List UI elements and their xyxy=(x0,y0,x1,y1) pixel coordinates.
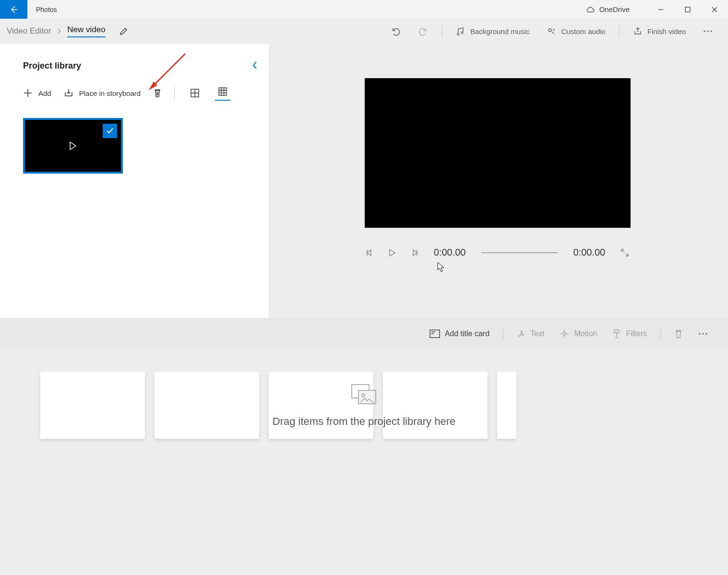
filters-button[interactable]: Filters xyxy=(605,329,655,339)
delete-clip-button[interactable] xyxy=(667,329,691,339)
storyboard-slot[interactable] xyxy=(269,372,373,439)
audio-icon xyxy=(547,26,556,36)
collapse-library-button[interactable] xyxy=(251,61,258,70)
onedrive-status[interactable]: OneDrive xyxy=(585,5,630,13)
storyboard-slot[interactable] xyxy=(497,372,516,439)
project-library-panel: Project library Add Place in storyboard xyxy=(0,44,269,318)
frame-forward-icon xyxy=(411,249,418,257)
pencil-icon xyxy=(119,26,129,36)
frame-back-button[interactable] xyxy=(366,249,373,257)
motion-icon xyxy=(560,329,569,339)
svg-point-12 xyxy=(705,333,707,334)
close-icon xyxy=(712,7,717,12)
svg-point-4 xyxy=(710,30,712,32)
storyboard-slot[interactable] xyxy=(40,372,145,439)
svg-rect-0 xyxy=(685,7,690,12)
divider xyxy=(503,327,503,340)
check-icon xyxy=(106,127,114,135)
library-actions: Add Place in storyboard xyxy=(23,85,246,101)
play-button[interactable] xyxy=(389,249,395,257)
text-button[interactable]: Text xyxy=(509,329,552,338)
window-buttons xyxy=(647,0,728,19)
clip-play-indicator xyxy=(69,141,77,150)
maximize-icon xyxy=(685,7,691,12)
scrubber[interactable] xyxy=(481,252,558,253)
fullscreen-button[interactable] xyxy=(621,248,629,257)
titlebar: Photos OneDrive xyxy=(0,0,728,19)
place-in-storyboard-button[interactable]: Place in storyboard xyxy=(64,88,141,98)
svg-point-1 xyxy=(549,29,551,32)
storyboard-slot[interactable] xyxy=(155,372,259,439)
text-icon xyxy=(517,329,525,338)
svg-point-3 xyxy=(707,30,708,32)
rename-button[interactable] xyxy=(119,26,129,36)
grid-3x3-icon xyxy=(218,87,227,96)
add-label: Add xyxy=(38,89,51,97)
play-icon xyxy=(69,141,77,150)
arrow-left-icon xyxy=(9,5,19,14)
close-button[interactable] xyxy=(701,0,728,19)
svg-rect-9 xyxy=(614,330,619,333)
grid-small-button[interactable] xyxy=(215,85,230,101)
title-card-icon xyxy=(430,329,440,338)
play-icon xyxy=(389,249,395,257)
minimize-button[interactable] xyxy=(647,0,674,19)
breadcrumb: Video Editor New video xyxy=(7,25,106,37)
redo-button[interactable] xyxy=(409,19,437,44)
app-title: Photos xyxy=(36,6,57,13)
playback-controls: 0:00.00 0:00.00 xyxy=(366,247,629,258)
toolbar-actions: Background music Custom audio Finish vid… xyxy=(382,19,721,44)
divider xyxy=(174,86,175,100)
undo-button[interactable] xyxy=(382,19,409,44)
storyboard-more-button[interactable] xyxy=(691,332,716,335)
add-title-card-button[interactable]: Add title card xyxy=(422,329,497,338)
frame-forward-button[interactable] xyxy=(411,249,418,257)
add-button[interactable]: Add xyxy=(23,88,51,98)
onedrive-label: OneDrive xyxy=(599,5,630,13)
finish-video-button[interactable]: Finish video xyxy=(624,19,694,44)
place-label: Place in storyboard xyxy=(79,89,141,97)
chevron-left-icon xyxy=(251,61,258,70)
chevron-right-icon xyxy=(57,28,61,35)
trash-icon xyxy=(674,329,683,339)
music-icon xyxy=(456,26,465,36)
background-music-button[interactable]: Background music xyxy=(447,19,538,44)
grid-2x2-icon xyxy=(190,88,200,98)
cloud-icon xyxy=(585,6,595,13)
top-toolbar: Video Editor New video Background music … xyxy=(0,19,728,44)
library-title: Project library xyxy=(23,61,246,71)
custom-audio-button[interactable]: Custom audio xyxy=(538,19,614,44)
video-preview[interactable] xyxy=(365,78,631,228)
trash-icon xyxy=(153,88,162,98)
redo-icon xyxy=(418,26,429,36)
maximize-button[interactable] xyxy=(674,0,701,19)
delete-button[interactable] xyxy=(153,88,162,98)
plus-icon xyxy=(23,88,33,98)
storyboard-slots xyxy=(40,372,688,439)
storyboard-slot[interactable] xyxy=(383,372,488,439)
divider xyxy=(442,24,442,38)
grid-large-button[interactable] xyxy=(187,85,203,101)
more-icon xyxy=(698,332,708,335)
storyboard-area[interactable]: Drag items from the project library here xyxy=(0,349,728,464)
divider xyxy=(619,24,620,38)
library-clip[interactable] xyxy=(23,118,123,174)
svg-point-2 xyxy=(704,30,705,32)
svg-point-11 xyxy=(702,333,704,334)
undo-icon xyxy=(390,26,401,36)
video-title[interactable]: New video xyxy=(67,25,105,37)
add-title-card-label: Add title card xyxy=(445,329,489,338)
more-icon xyxy=(703,30,713,33)
more-button[interactable] xyxy=(694,19,721,44)
text-label: Text xyxy=(530,329,544,338)
frame-back-icon xyxy=(366,249,373,257)
svg-point-10 xyxy=(699,333,700,334)
main-area: Project library Add Place in storyboard xyxy=(0,44,728,318)
motion-button[interactable]: Motion xyxy=(552,329,605,339)
breadcrumb-root[interactable]: Video Editor xyxy=(7,26,51,36)
clip-selected-check[interactable] xyxy=(103,124,117,138)
svg-point-8 xyxy=(563,332,566,335)
divider xyxy=(660,327,661,340)
preview-panel: 0:00.00 0:00.00 xyxy=(269,44,728,318)
back-button[interactable] xyxy=(0,0,27,19)
